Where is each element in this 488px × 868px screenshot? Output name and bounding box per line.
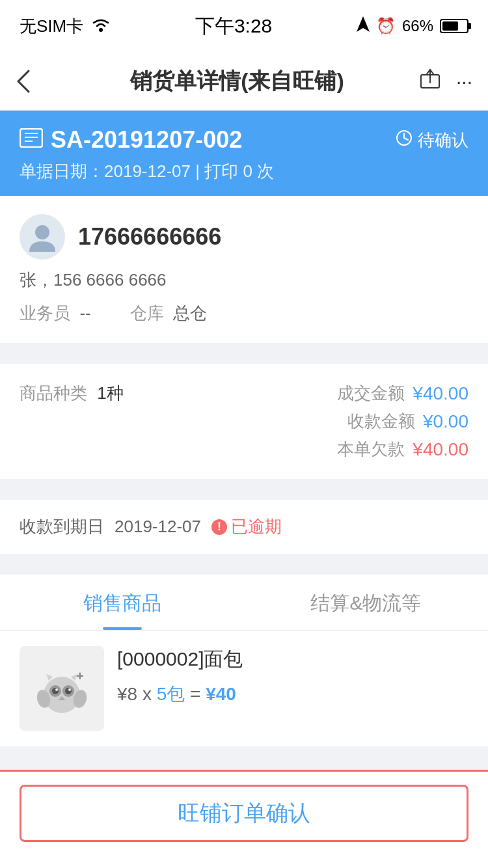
svg-point-16 bbox=[65, 688, 72, 694]
overdue-text: 已逾期 bbox=[231, 515, 282, 538]
wifi-icon bbox=[91, 16, 111, 36]
tab-settlement[interactable]: 结算&物流等 bbox=[244, 575, 488, 630]
svg-point-12 bbox=[44, 677, 80, 713]
nav-bar: 销货单详情(来自旺铺) ··· bbox=[0, 52, 488, 111]
product-price-formula: ¥8 x 5包 = ¥40 bbox=[117, 682, 468, 707]
product-type-info: 商品种类 1种 bbox=[20, 382, 124, 405]
order-header: SA-20191207-002 待确认 单据日期：2019-12-07 | 打印… bbox=[0, 111, 488, 196]
sales-info: 业务员 -- bbox=[20, 302, 91, 325]
product-item: + [0000002]面包 ¥8 x 5包 = ¥40 bbox=[0, 631, 488, 746]
battery-icon bbox=[440, 19, 468, 33]
tab-products[interactable]: 销售商品 bbox=[0, 575, 244, 630]
divider-3 bbox=[0, 554, 488, 564]
confirm-order-button[interactable]: 旺铺订单确认 bbox=[20, 785, 468, 842]
battery-text: 66% bbox=[402, 17, 433, 35]
order-status: 待确认 bbox=[396, 129, 468, 152]
owed-amount-value: ¥40.00 bbox=[413, 439, 468, 460]
deal-amount-value: ¥40.00 bbox=[413, 383, 468, 404]
bottom-bar: 旺铺订单确认 bbox=[0, 770, 488, 868]
svg-point-11 bbox=[35, 225, 49, 239]
warehouse-info: 仓库 总仓 bbox=[130, 302, 207, 325]
location-icon bbox=[357, 16, 370, 36]
customer-meta: 业务员 -- 仓库 总仓 bbox=[20, 302, 468, 325]
customer-info: 张，156 6666 6666 bbox=[20, 269, 468, 292]
order-date: 单据日期：2019-12-07 | 打印 0 次 bbox=[20, 160, 468, 183]
status-right: ⏰ 66% bbox=[357, 16, 468, 36]
svg-text:+: + bbox=[76, 669, 84, 683]
product-details: [0000002]面包 ¥8 x 5包 = ¥40 bbox=[117, 646, 468, 707]
due-date-label: 收款到期日 bbox=[20, 515, 104, 538]
product-name: [0000002]面包 bbox=[117, 646, 468, 673]
tabs: 销售商品 结算&物流等 bbox=[0, 575, 488, 631]
svg-line-10 bbox=[404, 138, 408, 140]
svg-point-15 bbox=[52, 688, 59, 694]
deal-amount-row: 成交金额 ¥40.00 bbox=[337, 382, 468, 405]
divider-1 bbox=[0, 353, 488, 364]
divider-2 bbox=[0, 489, 488, 500]
overdue-badge: ! 已逾期 bbox=[211, 515, 282, 538]
received-amount-value: ¥0.00 bbox=[423, 411, 468, 432]
signal-text: 无SIM卡 bbox=[20, 15, 83, 38]
due-card: 收款到期日 2019-12-07 ! 已逾期 bbox=[0, 500, 488, 554]
amount-summary: 成交金额 ¥40.00 收款金额 ¥0.00 本单欠款 ¥40.00 bbox=[337, 382, 468, 461]
customer-card: 17666666666 张，156 6666 6666 业务员 -- 仓库 总仓 bbox=[0, 196, 488, 343]
svg-point-17 bbox=[55, 688, 58, 691]
due-date-value: 2019-12-07 bbox=[115, 517, 201, 537]
order-id-icon bbox=[20, 126, 43, 154]
alarm-icon: ⏰ bbox=[376, 17, 396, 35]
customer-phone: 17666666666 bbox=[78, 223, 221, 251]
status-bar: 无SIM卡 下午3:28 ⏰ 66% bbox=[0, 0, 488, 52]
more-button[interactable]: ··· bbox=[456, 70, 472, 92]
order-status-text: 待确认 bbox=[418, 129, 468, 152]
order-id-row: SA-20191207-002 bbox=[20, 126, 242, 154]
svg-marker-1 bbox=[357, 16, 370, 32]
nav-actions: ··· bbox=[420, 68, 472, 94]
avatar bbox=[20, 214, 65, 260]
share-button[interactable] bbox=[420, 68, 441, 94]
page-title: 销货单详情(来自旺铺) bbox=[55, 66, 420, 96]
summary-card: 商品种类 1种 成交金额 ¥40.00 收款金额 ¥0.00 本单欠款 ¥40.… bbox=[0, 364, 488, 479]
clock-icon bbox=[396, 129, 413, 151]
svg-point-18 bbox=[68, 688, 71, 691]
status-time: 下午3:28 bbox=[195, 13, 272, 40]
overdue-icon: ! bbox=[211, 519, 227, 535]
received-amount-row: 收款金额 ¥0.00 bbox=[347, 410, 468, 433]
owed-amount-row: 本单欠款 ¥40.00 bbox=[337, 438, 468, 461]
svg-marker-20 bbox=[46, 674, 53, 681]
order-id-text: SA-20191207-002 bbox=[51, 126, 242, 154]
status-left: 无SIM卡 bbox=[20, 15, 111, 38]
product-image: + bbox=[20, 646, 104, 731]
svg-point-0 bbox=[99, 28, 103, 32]
back-button[interactable] bbox=[16, 68, 55, 94]
